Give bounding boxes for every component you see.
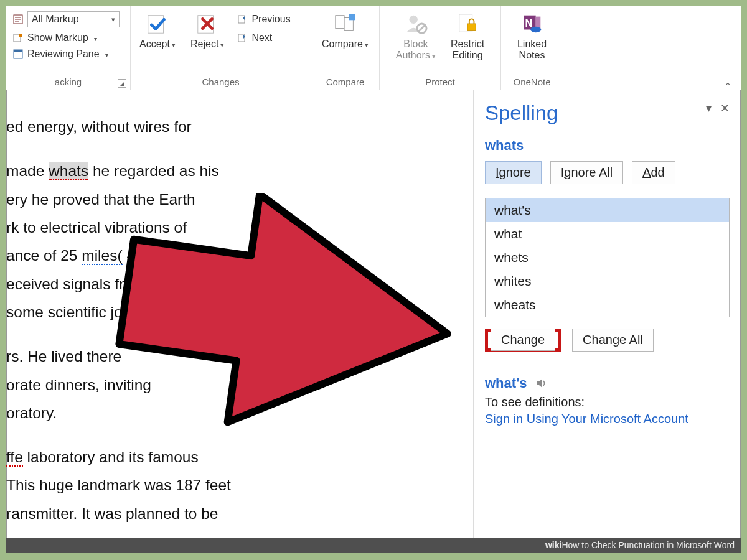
ignore-label: gnore xyxy=(499,166,531,179)
tutorial-highlight-change: Change xyxy=(485,329,561,352)
markup-combo-row: All Markup xyxy=(10,10,122,29)
ignore-button[interactable]: Ignore xyxy=(485,161,542,184)
suggestion-item[interactable]: what's xyxy=(486,198,729,222)
reject-icon xyxy=(195,11,220,36)
definition-word: what's xyxy=(485,375,730,391)
spelling-error-ffe[interactable]: ffe xyxy=(6,449,23,467)
show-markup-menu[interactable]: Show Markup xyxy=(10,31,122,45)
next-change-button[interactable]: Next xyxy=(234,31,293,45)
restrict-editing-icon xyxy=(455,11,480,36)
tracking-dialog-launcher[interactable]: ◢ xyxy=(118,79,126,88)
misspelled-word: whats xyxy=(485,138,730,154)
previous-change-button[interactable]: Previous xyxy=(234,12,293,26)
ribbon-group-onenote: N Linked Notes OneNote xyxy=(501,6,563,90)
reject-button[interactable]: Reject xyxy=(186,9,229,52)
doc-text: 40 kilomete xyxy=(123,247,205,264)
compare-button[interactable]: Compare xyxy=(317,9,374,52)
grammar-error-miles[interactable]: miles( xyxy=(82,247,122,265)
doc-text: ance of 25 xyxy=(6,247,82,264)
suggestions-list[interactable]: what's what whets whites wheats xyxy=(485,198,730,317)
accept-icon xyxy=(145,11,170,36)
doc-line: rk to electrical vibrations of xyxy=(6,219,187,236)
pane-close-button[interactable]: ✕ xyxy=(720,101,730,115)
ribbon-group-compare: Compare Compare xyxy=(311,6,380,90)
spelling-pane-title: Spelling xyxy=(485,101,730,125)
svg-rect-9 xyxy=(335,16,344,29)
suggestion-item[interactable]: whets xyxy=(486,246,729,269)
svg-rect-19 xyxy=(535,17,540,29)
definition-prompt: To see definitions: xyxy=(485,395,730,409)
ignore-all-button[interactable]: Ignore All xyxy=(550,161,623,184)
group-label-changes: Changes xyxy=(134,75,307,90)
accept-button[interactable]: Accept xyxy=(134,9,181,52)
group-label-tracking: acking◢ xyxy=(10,75,126,90)
markup-icon xyxy=(12,14,24,25)
content-area: ed energy, without wires for made whats … xyxy=(6,90,741,538)
group-label-compare: Compare xyxy=(315,75,375,90)
svg-point-12 xyxy=(409,16,417,24)
svg-line-14 xyxy=(419,26,425,32)
svg-text:N: N xyxy=(525,17,532,29)
sign-in-link[interactable]: Sign in Using Your Microsoft Account xyxy=(485,412,730,426)
previous-icon xyxy=(237,14,248,25)
svg-rect-11 xyxy=(349,14,355,21)
doc-line: some scientific journals. xyxy=(6,304,168,320)
block-authors-icon xyxy=(403,11,428,36)
svg-point-20 xyxy=(530,27,541,33)
pane-options-button[interactable]: ▾ xyxy=(706,101,712,115)
ribbon-spacer xyxy=(563,6,741,90)
app-window: All Markup Show Markup Reviewing Pane ac… xyxy=(6,6,741,553)
doc-text: he regarded as his xyxy=(88,162,219,179)
speaker-icon[interactable] xyxy=(535,377,547,390)
compare-icon xyxy=(333,11,358,36)
group-label-protect: Protect xyxy=(383,75,497,90)
spelling-pane: ▾ ✕ Spelling whats Ignore Ignore All Add… xyxy=(473,90,741,538)
document-canvas[interactable]: ed energy, without wires for made whats … xyxy=(6,90,473,538)
group-label-onenote: OneNote xyxy=(505,75,559,90)
restrict-editing-button[interactable]: Restrict Editing xyxy=(446,9,489,64)
doc-line: rs. He lived there xyxy=(6,348,121,365)
svg-rect-7 xyxy=(238,16,245,23)
linked-notes-button[interactable]: N Linked Notes xyxy=(512,9,552,64)
reviewing-pane-icon xyxy=(12,49,24,60)
next-icon xyxy=(237,32,248,44)
doc-line: ed energy, without wires for xyxy=(6,118,192,135)
doc-line: oratory. xyxy=(6,404,57,421)
show-markup-icon xyxy=(12,32,24,44)
doc-line: orate dinners, inviting xyxy=(6,376,151,393)
block-authors-button[interactable]: Block Authors xyxy=(391,9,441,64)
svg-rect-4 xyxy=(14,50,22,52)
svg-rect-2 xyxy=(19,34,22,37)
change-button[interactable]: Change xyxy=(491,329,555,351)
doc-line: eceived signals from another xyxy=(6,276,201,292)
onenote-icon: N xyxy=(520,11,545,36)
add-button[interactable]: Add xyxy=(632,161,675,184)
reviewing-pane-menu[interactable]: Reviewing Pane xyxy=(10,47,122,61)
spelling-error-whats[interactable]: whats xyxy=(49,162,88,180)
ribbon: All Markup Show Markup Reviewing Pane ac… xyxy=(6,6,741,90)
caption-text: wikiHow to Check Punctuation in Microsof… xyxy=(545,540,735,550)
doc-line: ery he proved that the Earth xyxy=(6,191,195,208)
suggestion-item[interactable]: whites xyxy=(486,269,729,293)
markup-display-combo[interactable]: All Markup xyxy=(27,11,120,27)
svg-rect-16 xyxy=(467,24,476,30)
wikihow-caption-bar: wikiHow to Check Punctuation in Microsof… xyxy=(6,538,741,553)
suggestion-item[interactable]: what xyxy=(486,222,729,246)
ribbon-group-protect: Block Authors Restrict Editing Protect xyxy=(380,6,501,90)
doc-text: made xyxy=(6,162,49,179)
ribbon-group-tracking: All Markup Show Markup Reviewing Pane ac… xyxy=(6,6,131,90)
doc-line: This huge landmark was 187 feet xyxy=(6,477,231,493)
change-all-button[interactable]: Change All xyxy=(572,329,654,352)
doc-text: laboratory and its famous xyxy=(23,449,199,465)
suggestion-item[interactable]: wheats xyxy=(486,293,729,317)
ribbon-group-changes: Accept Reject Previous Next xyxy=(131,6,311,90)
doc-line: ransmitter. It was planned to be xyxy=(6,505,218,522)
